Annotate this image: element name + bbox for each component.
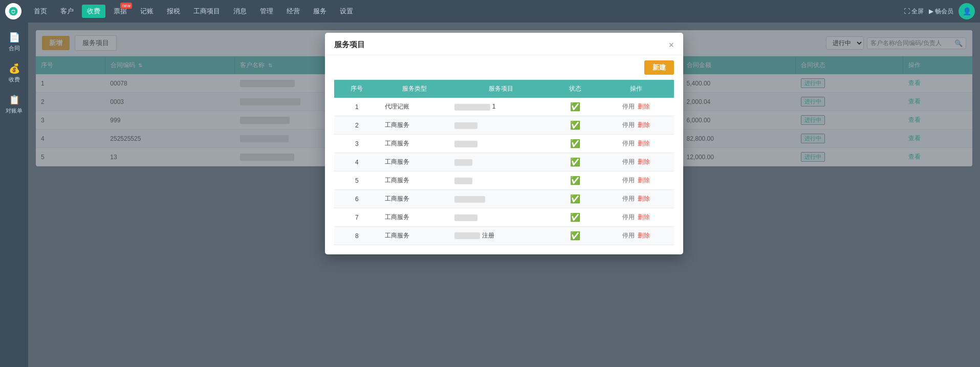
- charge-icon: 💰: [9, 63, 20, 74]
- mcell-seq: 7: [334, 208, 380, 227]
- nav-service[interactable]: 服务: [308, 5, 332, 18]
- mcell-status: ✅: [553, 227, 598, 245]
- mcell-item: 1: [449, 98, 552, 116]
- mth-seq: 序号: [334, 80, 380, 98]
- modal-header: 服务项目 ×: [325, 33, 683, 55]
- service-modal: 服务项目 × 新建 序号 服务类型 服务项目 状态: [325, 33, 683, 254]
- delete-button[interactable]: 删除: [638, 121, 650, 129]
- modal-overlay: 服务项目 × 新建 序号 服务类型 服务项目 状态: [28, 23, 980, 367]
- app-logo: [5, 3, 21, 19]
- user-avatar[interactable]: 👤: [959, 3, 975, 19]
- stop-button[interactable]: 停用: [622, 102, 635, 111]
- stop-button[interactable]: 停用: [622, 176, 635, 185]
- mcell-actions: 停用 删除: [598, 98, 674, 116]
- modal-table-row: 7 工商服务 ✅ 停用 删除: [334, 208, 674, 227]
- mcell-actions: 停用 删除: [598, 208, 674, 227]
- stop-button[interactable]: 停用: [622, 121, 635, 129]
- modal-title: 服务项目: [334, 40, 365, 50]
- member-button[interactable]: ▶ 畅会员: [929, 7, 953, 16]
- sidebar-item-statement[interactable]: 📋 对账单: [2, 90, 27, 119]
- stop-button[interactable]: 停用: [622, 195, 635, 203]
- mth-status: 状态: [553, 80, 598, 98]
- top-navigation: 首页 客户 收费 票据 new 记账 报税 工商项目 消息 管理 经营 服务 设…: [0, 0, 980, 23]
- mcell-type: 工商服务: [380, 227, 450, 245]
- mcell-status: ✅: [553, 153, 598, 171]
- mcell-actions: 停用 删除: [598, 171, 674, 190]
- modal-header-row: 序号 服务类型 服务项目 状态 操作: [334, 80, 674, 98]
- delete-button[interactable]: 删除: [638, 139, 650, 148]
- sidebar-item-contract[interactable]: 📄 合同: [2, 28, 27, 56]
- nav-charge[interactable]: 收费: [82, 5, 105, 18]
- delete-button[interactable]: 删除: [638, 176, 650, 185]
- mcell-status: ✅: [553, 190, 598, 208]
- delete-button[interactable]: 删除: [638, 213, 650, 222]
- delete-button[interactable]: 删除: [638, 158, 650, 166]
- modal-table-row: 6 工商服务 ✅ 停用 删除: [334, 190, 674, 208]
- nav-message[interactable]: 消息: [228, 5, 252, 18]
- mcell-seq: 3: [334, 135, 380, 153]
- nav-invoice[interactable]: 票据 new: [108, 5, 132, 18]
- mcell-actions: 停用 删除: [598, 153, 674, 171]
- modal-toolbar: 新建: [334, 60, 674, 75]
- mcell-item: 注册: [449, 227, 552, 245]
- sidebar-item-charge[interactable]: 💰 收费: [2, 59, 27, 88]
- mcell-type: 工商服务: [380, 190, 450, 208]
- nav-client[interactable]: 客户: [55, 5, 79, 18]
- stop-button[interactable]: 停用: [622, 231, 635, 240]
- stop-button[interactable]: 停用: [622, 158, 635, 166]
- modal-table-row: 5 工商服务 ✅ 停用 删除: [334, 171, 674, 190]
- mth-item: 服务项目: [449, 80, 552, 98]
- mcell-seq: 4: [334, 153, 380, 171]
- fullscreen-button[interactable]: ⛶ 全屏: [904, 7, 924, 16]
- modal-table-row: 8 工商服务 注册 ✅ 停用 删除: [334, 227, 674, 245]
- new-badge: new: [120, 3, 132, 9]
- mcell-item: [449, 116, 552, 135]
- mcell-item: [449, 171, 552, 190]
- sidebar: 📄 合同 💰 收费 📋 对账单: [0, 23, 28, 367]
- mcell-actions: 停用 删除: [598, 190, 674, 208]
- nav-business[interactable]: 工商项目: [188, 5, 225, 18]
- stop-button[interactable]: 停用: [622, 139, 635, 148]
- modal-table-row: 1 代理记账 1 ✅ 停用 删除: [334, 98, 674, 116]
- content-area: 新增 服务项目 进行中 🔍 序号 合同编码 ⇅: [28, 23, 980, 367]
- mth-action: 操作: [598, 80, 674, 98]
- modal-new-button[interactable]: 新建: [644, 60, 674, 75]
- nav-bookkeeping[interactable]: 记账: [135, 5, 159, 18]
- mcell-seq: 1: [334, 98, 380, 116]
- nav-home[interactable]: 首页: [29, 5, 52, 18]
- nav-right-area: ⛶ 全屏 ▶ 畅会员 👤: [904, 3, 975, 19]
- nav-tax[interactable]: 报税: [162, 5, 185, 18]
- svg-point-0: [9, 7, 18, 16]
- mcell-seq: 6: [334, 190, 380, 208]
- mcell-seq: 5: [334, 171, 380, 190]
- fullscreen-icon: ⛶: [904, 8, 910, 15]
- modal-table-row: 2 工商服务 ✅ 停用 删除: [334, 116, 674, 135]
- nav-manage[interactable]: 管理: [255, 5, 278, 18]
- mcell-type: 工商服务: [380, 116, 450, 135]
- delete-button[interactable]: 删除: [638, 102, 650, 111]
- mcell-type: 代理记账: [380, 98, 450, 116]
- mcell-type: 工商服务: [380, 153, 450, 171]
- modal-table-row: 4 工商服务 ✅ 停用 删除: [334, 153, 674, 171]
- delete-button[interactable]: 删除: [638, 195, 650, 203]
- contract-icon: 📄: [9, 32, 20, 43]
- mcell-status: ✅: [553, 135, 598, 153]
- modal-body: 新建 序号 服务类型 服务项目 状态 操作: [325, 55, 683, 254]
- mcell-status: ✅: [553, 116, 598, 135]
- mcell-status: ✅: [553, 208, 598, 227]
- nav-settings[interactable]: 设置: [335, 5, 358, 18]
- stop-button[interactable]: 停用: [622, 213, 635, 222]
- nav-operation[interactable]: 经营: [281, 5, 305, 18]
- delete-button[interactable]: 删除: [638, 231, 650, 240]
- mcell-status: ✅: [553, 98, 598, 116]
- mcell-type: 工商服务: [380, 171, 450, 190]
- mcell-item: [449, 190, 552, 208]
- modal-table-row: 3 工商服务 ✅ 停用 删除: [334, 135, 674, 153]
- mcell-item: [449, 135, 552, 153]
- modal-close-button[interactable]: ×: [668, 40, 674, 50]
- modal-table: 序号 服务类型 服务项目 状态 操作 1 代理记账 1: [334, 80, 674, 245]
- mcell-item: [449, 208, 552, 227]
- mcell-actions: 停用 删除: [598, 135, 674, 153]
- mcell-seq: 8: [334, 227, 380, 245]
- member-icon: ▶: [929, 8, 933, 15]
